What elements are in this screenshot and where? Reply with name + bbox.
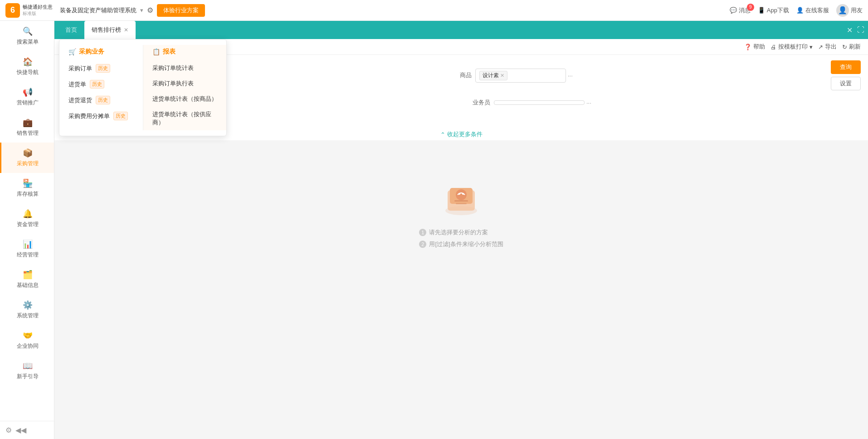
export-btn[interactable]: ↗ 导出: [818, 43, 837, 51]
industry-btn[interactable]: 体验行业方案: [157, 4, 205, 17]
search-icon: 🔍: [23, 26, 33, 36]
sidebar-label-marketing: 营销推广: [17, 99, 39, 107]
empty-tips: 1 请先选择要分析的方案 2 用[过滤]条件来缩小分析范围: [419, 227, 503, 250]
goods-control: 设计素 ✕ ···: [475, 69, 824, 83]
salesman-more-icon[interactable]: ···: [586, 99, 591, 106]
sidebar-label-enterprise: 企业协同: [17, 342, 39, 350]
header-right: 💬 消息 9 📱 App下载 👤 在线客服 👤 用友: [730, 4, 863, 17]
goods-more-icon[interactable]: ···: [568, 72, 573, 79]
sidebar-item-operations[interactable]: 📊 经营管理: [0, 234, 54, 264]
sidebar-item-marketing[interactable]: 📢 营销推广: [0, 82, 54, 112]
report-menu-column: 📋 报表 采购订单统计表 采购订单执行表 进货单统计表（按商品） 进货单统计表（…: [143, 45, 227, 130]
sidebar-item-inventory[interactable]: 🏪 库存核算: [0, 173, 54, 203]
print-icon: 🖨: [770, 44, 776, 50]
query-button[interactable]: 查询: [831, 60, 861, 74]
sidebar-item-finance[interactable]: 🔔 资金管理: [0, 203, 54, 234]
collapse-sidebar-icon[interactable]: ◀◀: [15, 426, 26, 434]
goods-tag: 设计素 ✕: [479, 71, 507, 80]
phone-icon: 📱: [758, 7, 765, 14]
empty-state: 1 请先选择要分析的方案 2 用[过滤]条件来缩小分析范围: [54, 140, 868, 286]
refresh-btn[interactable]: ↻ 刷新: [842, 43, 861, 51]
sidebar-label-inventory: 库存核算: [17, 190, 39, 198]
settings-icon[interactable]: ⚙: [147, 6, 153, 15]
field-goods: 商品 设计素 ✕ ···: [446, 69, 824, 83]
return-label: 进货退货: [68, 96, 92, 104]
logo-icon: 6: [5, 3, 20, 18]
tip-2: 2 用[过滤]条件来缩小分析范围: [419, 238, 503, 250]
salesman-control: ···: [494, 99, 861, 106]
report-menu-header: 📋 报表: [149, 45, 221, 60]
svg-point-5: [462, 193, 464, 195]
operations-icon: 📊: [23, 239, 33, 249]
tab-close-all-icon[interactable]: ✕: [847, 26, 853, 35]
top-header: 6 畅捷通好生意 标准版 装备及固定资产辅助管理系统 ▾ ⚙ 体验行业方案 💬 …: [0, 0, 868, 21]
toolbar-right: ❓ 帮助 🖨 按模板打印 ▾ ↗ 导出 ↻ 刷新: [744, 43, 861, 51]
bottom-settings-icon[interactable]: ⚙: [5, 426, 12, 434]
stock-in-label: 进货单: [68, 80, 86, 89]
sidebar-label-guide: 新手引导: [17, 373, 39, 380]
system-title-area: 装备及固定资产辅助管理系统 ▾ ⚙ 体验行业方案: [60, 4, 730, 17]
purchase-icon: 📦: [23, 148, 33, 158]
sidebar-label-sales: 销售管理: [17, 129, 39, 137]
sidebar-item-purchase[interactable]: 📦 采购管理: [0, 143, 54, 173]
settings-button[interactable]: 设置: [831, 77, 861, 90]
sales-icon: 💼: [23, 118, 33, 128]
app-download-item[interactable]: 📱 App下载: [758, 6, 789, 15]
sidebar-item-system[interactable]: ⚙️ 系统管理: [0, 295, 54, 325]
online-service-item[interactable]: 👤 在线客服: [796, 6, 829, 15]
menu-item-stock-stat-supplier[interactable]: 进货单统计表（按供应商）: [149, 107, 221, 130]
expense-label: 采购费用分摊单: [68, 112, 110, 120]
dropdown-arrow-icon[interactable]: ▾: [140, 7, 143, 14]
svg-rect-7: [456, 203, 467, 204]
salesman-input[interactable]: [494, 100, 585, 105]
sidebar-label-finance: 资金管理: [17, 221, 39, 228]
purchase-order-label: 采购订单: [68, 64, 92, 73]
tab-sales-rank-label: 销售排行榜: [92, 26, 121, 34]
sidebar-item-enterprise[interactable]: 🤝 企业协同: [0, 325, 54, 355]
sidebar-label-quick: 快捷导航: [17, 69, 39, 76]
tab-home[interactable]: 首页: [58, 21, 84, 39]
salesman-label: 业务员: [465, 99, 490, 107]
message-icon: 💬: [730, 7, 737, 14]
menu-item-expense[interactable]: 采购费用分摊单 历史: [65, 108, 137, 124]
finance-icon: 🔔: [23, 209, 33, 219]
goods-label: 商品: [446, 71, 472, 79]
message-badge: 9: [747, 4, 754, 11]
sidebar-item-basic[interactable]: 🗂️ 基础信息: [0, 264, 54, 295]
menu-item-purchase-order-stat[interactable]: 采购订单统计表: [149, 60, 221, 76]
marketing-icon: 📢: [23, 87, 33, 97]
print-btn[interactable]: 🖨 按模板打印 ▾: [770, 43, 813, 51]
sidebar-item-quick[interactable]: 🏠 快捷导航: [0, 51, 54, 82]
chevron-up-icon: ⌃: [440, 131, 445, 138]
svg-rect-6: [454, 200, 468, 202]
purchase-dropdown-menu: 🛒 采购业务 采购订单 历史 进货单 历史 进货退货 历史 采购费用分摊单 历史…: [59, 39, 227, 136]
sidebar-item-sales[interactable]: 💼 销售管理: [0, 112, 54, 143]
message-item[interactable]: 💬 消息 9: [730, 6, 751, 15]
sidebar-item-guide[interactable]: 📖 新手引导: [0, 355, 54, 386]
report-menu-icon: 📋: [152, 48, 160, 55]
print-dropdown-icon[interactable]: ▾: [809, 44, 813, 50]
tip-1: 1 请先选择要分析的方案: [419, 227, 503, 238]
goods-tag-close[interactable]: ✕: [500, 73, 504, 79]
tab-bar: 首页 销售排行榜 ✕ ✕ ⛶: [54, 21, 868, 39]
menu-item-purchase-order-exec[interactable]: 采购订单执行表: [149, 76, 221, 91]
tab-bar-right: ✕ ⛶: [847, 26, 864, 35]
home-icon: 🏠: [23, 57, 33, 67]
refresh-icon: ↻: [842, 44, 847, 50]
sidebar-bottom: ⚙ ◀◀: [0, 421, 54, 439]
menu-item-stock-in[interactable]: 进货单 历史: [65, 76, 137, 92]
sidebar-item-search[interactable]: 🔍 搜索菜单: [0, 21, 54, 51]
user-item[interactable]: 👤 用友: [836, 4, 863, 17]
menu-item-stock-stat-goods[interactable]: 进货单统计表（按商品）: [149, 91, 221, 107]
tab-sales-rank[interactable]: 销售排行榜 ✕: [84, 21, 136, 39]
purchase-menu-icon: 🛒: [68, 48, 76, 55]
goods-input[interactable]: 设计素 ✕: [475, 69, 566, 83]
headset-icon: 👤: [796, 7, 804, 14]
help-btn[interactable]: ❓ 帮助: [744, 43, 765, 51]
tab-fullscreen-icon[interactable]: ⛶: [857, 26, 864, 34]
basic-icon: 🗂️: [23, 270, 33, 280]
history-badge-1: 历史: [96, 64, 110, 73]
tab-close-icon[interactable]: ✕: [124, 27, 128, 33]
menu-item-return[interactable]: 进货退货 历史: [65, 92, 137, 108]
menu-item-purchase-order[interactable]: 采购订单 历史: [65, 60, 137, 76]
